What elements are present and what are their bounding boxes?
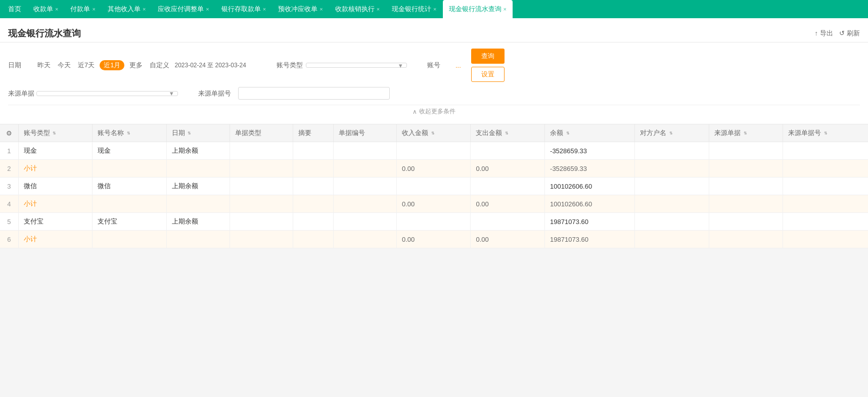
nav-home[interactable]: 首页 [2,5,27,14]
page-title: 现金银行流水查询 [8,27,81,39]
doc-type-cell [230,231,293,248]
sort-icon: ⇅ [824,131,828,136]
source-doc-cell [709,142,783,160]
nav-tab-2[interactable]: 其他收入单 × [102,0,152,18]
collapse-bar[interactable]: ∧ 收起更多条件 [8,105,860,118]
col-expense[interactable]: 支出金额 ⇅ [471,124,545,142]
account-type-cell: 微信 [18,178,93,195]
data-table-wrapper: ⚙ 账号类型 ⇅ 账号名称 ⇅ 日期 ⇅ 单据类型 摘要 单据编号 收入金额 [0,124,868,248]
nav-tab-3[interactable]: 应收应付调整单 × [152,0,215,18]
close-icon[interactable]: × [206,6,209,12]
close-icon[interactable]: × [55,6,58,12]
table-row: 3微信微信上期余额100102606.60 [0,178,868,195]
close-icon[interactable]: × [263,6,266,12]
source-doc-no-cell [783,213,868,231]
source-doc-no-cell [783,231,868,248]
refresh-button[interactable]: ↺ 刷新 [839,29,860,38]
sort-icon: ⇅ [127,131,130,136]
expense-cell: 0.00 [471,160,545,178]
date-opt-custom[interactable]: 自定义 [148,60,171,70]
close-icon[interactable]: × [504,6,507,12]
income-cell: 0.00 [396,231,471,248]
date-opt-7days[interactable]: 近7天 [76,60,97,70]
source-doc-label: 来源单据 [8,89,34,98]
col-balance[interactable]: 余额 ⇅ [545,124,635,142]
chevron-down-icon: ▾ [399,62,402,69]
close-icon[interactable]: × [433,6,436,12]
account-type-select[interactable]: ▾ [306,63,407,68]
source-doc-cell [709,178,783,195]
date-cell: 上期余额 [166,178,230,195]
col-date[interactable]: 日期 ⇅ [166,124,230,142]
source-doc-no-input[interactable] [238,87,390,100]
date-opt-today[interactable]: 今天 [56,60,73,70]
date-cell: 上期余额 [166,142,230,160]
date-range-display: 2023-02-24 至 2023-03-24 [174,61,246,70]
setting-button[interactable]: 设置 [471,67,505,82]
col-account-type[interactable]: 账号类型 ⇅ [18,124,93,142]
nav-tab-5[interactable]: 预收冲应收单 × [272,0,329,18]
summary-cell [293,231,333,248]
col-settings[interactable]: ⚙ [0,124,18,142]
nav-tab-7[interactable]: 现金银行统计 × [386,0,442,18]
account-type-label: 账号类型 [277,61,303,70]
income-cell [396,142,471,160]
col-account-name[interactable]: 账号名称 ⇅ [93,124,167,142]
collapse-up-icon: ∧ [413,108,417,115]
nav-tab-1[interactable]: 付款单 × [64,0,101,18]
doc-type-cell [230,142,293,160]
account-type-filter: 账号类型 ▾ [277,61,407,70]
nav-tab-0[interactable]: 收款单 × [27,0,64,18]
nav-tab-8[interactable]: 现金银行流水查询 × [443,0,513,18]
account-type-cell: 现金 [18,142,93,160]
col-source-doc[interactable]: 来源单据 ⇅ [709,124,783,142]
counterpart-cell [635,142,709,160]
export-button[interactable]: ↑ 导出 [815,29,834,38]
sort-icon: ⇅ [53,131,56,136]
col-source-doc-no[interactable]: 来源单据号 ⇅ [783,124,868,142]
col-counterpart[interactable]: 对方户名 ⇅ [635,124,709,142]
date-opt-more[interactable]: 更多 [127,60,145,70]
close-icon[interactable]: × [377,6,380,12]
counterpart-cell [635,195,709,213]
table-row: 4小计0.000.00100102606.60 [0,195,868,213]
counterpart-cell [635,231,709,248]
table-row: 2小计0.000.00-3528659.33 [0,160,868,178]
table-row: 5支付宝支付宝上期余额19871073.60 [0,213,868,231]
source-doc-cell [709,160,783,178]
balance-cell: 19871073.60 [545,213,635,231]
close-icon[interactable]: × [319,6,323,12]
account-filter: 账号 ... [427,61,461,70]
source-doc-select[interactable]: ▾ [36,91,178,96]
nav-tab-6[interactable]: 收款核销执行 × [329,0,386,18]
filter-row-date: 日期 昨天 今天 近7天 近1月 更多 自定义 2023-02-24 至 202… [8,49,860,82]
counterpart-cell [635,160,709,178]
counterpart-cell [635,178,709,195]
close-icon[interactable]: × [92,6,95,12]
account-dots[interactable]: ... [455,62,461,69]
summary-cell [293,142,333,160]
expense-cell [471,213,545,231]
query-button[interactable]: 查询 [471,49,505,64]
row-number: 2 [0,160,18,178]
source-doc-cell [709,213,783,231]
nav-tab-4[interactable]: 银行存取款单 × [215,0,272,18]
summary-cell [293,213,333,231]
col-income[interactable]: 收入金额 ⇅ [396,124,471,142]
source-doc-cell [709,195,783,213]
source-doc-no-label: 来源单据号 [198,89,231,98]
doc-no-cell [333,178,396,195]
close-icon[interactable]: × [143,6,146,12]
row-number: 6 [0,231,18,248]
doc-type-cell [230,195,293,213]
account-name-cell: 微信 [93,178,167,195]
date-cell [166,195,230,213]
sort-icon: ⇅ [669,131,673,136]
balance-cell: -3528659.33 [545,142,635,160]
date-opt-1month[interactable]: 近1月 [100,60,124,70]
summary-cell [293,160,333,178]
table-header-row: ⚙ 账号类型 ⇅ 账号名称 ⇅ 日期 ⇅ 单据类型 摘要 单据编号 收入金额 [0,124,868,142]
header-actions: ↑ 导出 ↺ 刷新 [815,29,860,38]
date-opt-yesterday[interactable]: 昨天 [35,60,53,70]
col-doc-no: 单据编号 [333,124,396,142]
